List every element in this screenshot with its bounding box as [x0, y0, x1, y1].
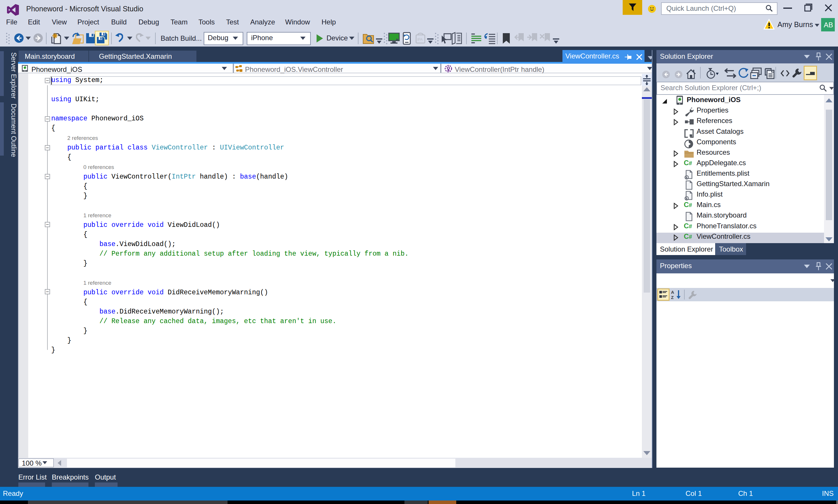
svg-text:A: A — [671, 290, 674, 294]
svg-text:Z: Z — [671, 295, 674, 300]
svg-text:IPA: IPA — [417, 37, 423, 41]
